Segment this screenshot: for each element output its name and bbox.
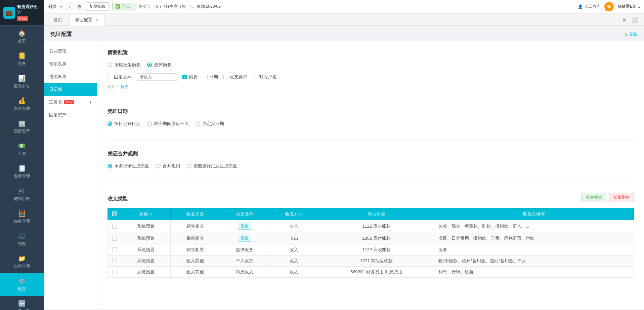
- logo-text: 畅捷通好会计 专业版: [17, 4, 40, 21]
- sidebar-item-ledger[interactable]: 📒 总账: [0, 48, 44, 71]
- tax-icon: 🧮: [18, 210, 26, 217]
- tabbar-right: ✕ ⬜: [621, 16, 640, 25]
- left-nav-item-purchase[interactable]: 进项发票: [44, 70, 97, 83]
- checkbox-summary[interactable]: ✓ 摘要: [182, 74, 198, 80]
- sidebar-item-assets[interactable]: 🏢 固定资产: [0, 116, 44, 138]
- sidebar-item-purchase[interactable]: 🛒 进销台账: [0, 183, 44, 206]
- checkbox-fixed-text-box: [108, 75, 112, 79]
- radio-total[interactable]: 按照选择汇总生成凭证: [187, 163, 237, 169]
- ledger-icon: 📒: [18, 52, 26, 60]
- payment-type-tag[interactable]: 置顶: [238, 235, 251, 242]
- row-checkbox[interactable]: [112, 224, 117, 229]
- sidebar-item-invoice[interactable]: 🧾 发票管理: [0, 161, 44, 183]
- tab-home[interactable]: 首页: [48, 14, 68, 25]
- nav-arrow-icon: ▾: [90, 100, 92, 105]
- row-checkbox[interactable]: [112, 247, 117, 252]
- row-checkbox-cell[interactable]: [108, 220, 121, 232]
- row-counter-account: 2202 应付账款: [319, 232, 434, 244]
- radio-template-circle: [108, 63, 112, 67]
- topbar-dropdown-icon[interactable]: ▼: [59, 4, 63, 9]
- left-nav-item-public[interactable]: 公共选项: [44, 45, 97, 57]
- row-category: 系统预置: [121, 244, 171, 256]
- payment-type-table: 类别 ∨ 收支大类 收支类型 收支方向 对方科目 匹配关键字 系统预置销售相关置…: [108, 208, 634, 278]
- user-avatar: 畅: [604, 2, 614, 11]
- row-checkbox[interactable]: [112, 270, 117, 274]
- main-area: 测试 ▼ + ⚙ 切到旧版 ✅ 已认证 好会计（专）+好生意（标）+... 账期…: [44, 0, 644, 310]
- settings-icon: ⚙️: [18, 277, 26, 285]
- row-counter-account: 1122 应收账款: [319, 244, 434, 256]
- radio-journal-date[interactable]: 按日记账日期: [108, 121, 140, 127]
- topbar-service-btn[interactable]: 👤 人工咨询: [578, 4, 600, 9]
- radio-period-last[interactable]: 对应期间最后一天: [147, 121, 189, 127]
- date-section: 凭证日期 按日记账日期 对应期间最后一天: [108, 108, 634, 141]
- radio-period-last-circle: [147, 121, 152, 126]
- left-nav-item-payroll[interactable]: 工资表 NEW ▾: [44, 96, 97, 109]
- fixed-text-input[interactable]: [137, 73, 177, 81]
- radio-select[interactable]: 选择摘要: [147, 62, 171, 68]
- topbar-right: 👤 人工咨询 畅 畅捷通B组...: [578, 2, 640, 11]
- checkbox-payment-type[interactable]: 收支类型: [223, 74, 247, 80]
- date-radio-group: 按日记账日期 对应期间最后一天 自定义日期: [108, 121, 634, 127]
- checkbox-counterpart[interactable]: 对方户名: [253, 74, 276, 80]
- left-nav-item-journal[interactable]: 日记账: [44, 83, 97, 96]
- sidebar-item-report[interactable]: 📊 报表中心: [0, 71, 44, 93]
- sidebar-item-tax[interactable]: 🧮 税务管理: [0, 206, 44, 228]
- row-checkbox-cell[interactable]: [108, 256, 121, 267]
- radio-single[interactable]: 单条记录生成凭证: [108, 163, 149, 169]
- topbar-switch-btn[interactable]: 切到旧版: [86, 2, 110, 11]
- payment-type-tag[interactable]: 置顶: [238, 223, 251, 230]
- row-major-type: 收入其他: [171, 267, 220, 278]
- row-major-type: 采购相关: [171, 232, 220, 244]
- service-icon: 👤: [578, 4, 583, 9]
- sidebar-item-guide[interactable]: 🆕 新手引导: [0, 296, 44, 310]
- sidebar-item-home[interactable]: 🏠 首页: [0, 26, 44, 48]
- row-checkbox-cell[interactable]: [108, 267, 121, 278]
- left-nav-item-sales[interactable]: 销项发票: [44, 57, 97, 70]
- row-checkbox[interactable]: [112, 259, 117, 263]
- salary-icon: 💵: [18, 142, 26, 150]
- row-match-keyword: 欠款、现金、项目款、到款、报销款、汇入、...: [434, 220, 634, 232]
- row-match-keyword: 利息、行转、还自: [434, 267, 634, 278]
- checkbox-fixed-text[interactable]: 固定文本: [108, 74, 131, 80]
- th-check[interactable]: [108, 208, 121, 220]
- checkbox-date[interactable]: 日期: [203, 74, 218, 80]
- update-data-btn[interactable]: 更新数据: [582, 193, 606, 202]
- sidebar-item-funds[interactable]: 💰 资金管理: [0, 93, 44, 116]
- row-direction: 收入: [269, 256, 319, 267]
- th-payment-type: 收支类型: [220, 208, 269, 220]
- tab-expand-btn[interactable]: ⬜: [631, 16, 640, 24]
- checkbox-payment-type-box: [223, 75, 228, 79]
- guide-icon: 🆕: [18, 300, 26, 307]
- refresh-btn[interactable]: ↻ 刷新: [625, 32, 637, 37]
- user-name[interactable]: 畅捷通B组...: [618, 4, 640, 9]
- radio-template[interactable]: 按模板版摘要: [108, 62, 140, 68]
- header-checkbox[interactable]: [112, 211, 117, 216]
- tab-close-icon[interactable]: ✕: [96, 18, 99, 22]
- sidebar-item-archive[interactable]: 📁 归档管理: [0, 251, 44, 273]
- radio-merge-rule[interactable]: 合并规则: [156, 163, 180, 169]
- batch-delete-btn[interactable]: 批量删除: [609, 193, 634, 202]
- row-category: 系统预置: [121, 256, 171, 267]
- table-row: 系统预置采购相关置顶支出2202 应付账款项目、日常费用、报销款、车费、承兑汇票…: [108, 232, 634, 244]
- topbar-settings-btn[interactable]: ⚙: [76, 3, 83, 10]
- left-nav-item-fixed-assets[interactable]: 固定资产: [44, 109, 97, 121]
- topbar-add-btn[interactable]: +: [66, 3, 73, 10]
- row-checkbox-cell[interactable]: [108, 244, 121, 256]
- row-category: 系统预置: [121, 232, 171, 244]
- sidebar-item-settings[interactable]: ⚙️ 设置: [0, 273, 44, 296]
- new-badge: NEW: [64, 100, 74, 104]
- page-header: 凭证配置 ↻ 刷新: [44, 26, 644, 41]
- sidebar-item-settle[interactable]: ⚖️ 结账: [0, 228, 44, 251]
- tab-close-window-btn[interactable]: ✕: [621, 16, 628, 24]
- sidebar-item-salary[interactable]: 💵 工资: [0, 138, 44, 161]
- row-category: 系统预置: [121, 267, 171, 278]
- row-payment-type: 个人收款: [220, 256, 269, 267]
- row-direction: 收入: [269, 267, 319, 278]
- tab-voucher-config[interactable]: 凭证配置 ✕: [69, 14, 104, 26]
- radio-custom-date[interactable]: 自定义日期: [196, 121, 224, 127]
- checkbox-date-box: [203, 75, 208, 79]
- row-counter-account: 1122 应收账款: [319, 220, 434, 232]
- row-checkbox-cell[interactable]: [108, 232, 121, 244]
- app-logo: 💼 畅捷通好会计 专业版: [0, 0, 44, 26]
- row-checkbox[interactable]: [112, 236, 117, 241]
